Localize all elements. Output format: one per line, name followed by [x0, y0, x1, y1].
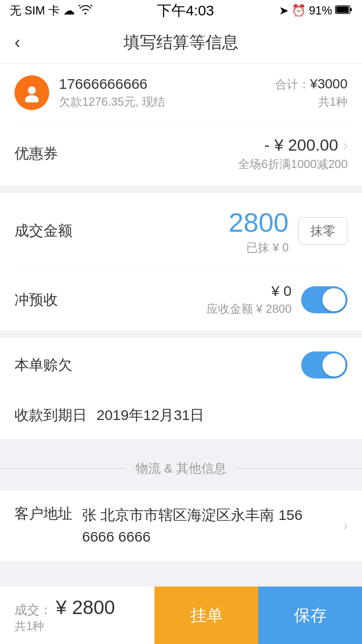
divider-line-left: [0, 468, 126, 469]
divider-line-right: [236, 468, 362, 469]
customer-phone: 17666666666: [59, 76, 165, 92]
coupon-row[interactable]: 优惠券 - ¥ 200.00 › 全场6折满1000减200: [14, 122, 348, 185]
address-chevron-icon: ›: [343, 518, 348, 533]
bottom-info: 成交： ¥ 2800 共1种: [0, 597, 154, 634]
bottom-amount: ¥ 2800: [56, 597, 115, 618]
pending-button[interactable]: 挂单: [154, 587, 258, 644]
save-button[interactable]: 保存: [258, 587, 362, 644]
coupon-label: 优惠券: [14, 144, 58, 164]
address-row[interactable]: 客户地址 张 北京市市辖区海淀区永丰南 156 6666 6666 ›: [14, 490, 348, 561]
total-count: 共1种: [275, 94, 348, 110]
address-value: 张 北京市市辖区海淀区永丰南 156 6666 6666: [82, 504, 338, 547]
amount-right: 2800 已抹 ¥ 0 抹零: [228, 207, 348, 255]
precollect-toggle[interactable]: [301, 286, 348, 313]
nav-bar: ‹ 填写结算等信息: [0, 21, 362, 64]
precollect-label: 冲预收: [14, 290, 58, 310]
avatar: [14, 75, 49, 110]
duedate-value: 2019年12月31日: [97, 406, 204, 425]
bottom-summary: 成交： ¥ 2800: [14, 597, 140, 618]
precollect-sub: 应收金额 ¥ 2800: [207, 301, 292, 317]
amount-value-group: 2800 已抹 ¥ 0: [228, 207, 289, 255]
coupon-right: - ¥ 200.00 › 全场6折满1000减200: [238, 136, 348, 172]
coupon-desc: 全场6折满1000减200: [238, 156, 348, 172]
coupon-chevron-icon: ›: [343, 138, 348, 153]
customer-info: 17666666666 欠款1276.35元, 现结: [59, 76, 165, 110]
divider-text: 物流 & 其他信息: [136, 460, 226, 477]
toggle-thumb-2: [322, 353, 346, 377]
toggle-thumb: [322, 288, 346, 311]
wifi-icon: [79, 4, 92, 17]
sim-label: 无 SIM 卡 ☁: [10, 3, 75, 18]
divider-section: 物流 & 其他信息: [0, 447, 362, 490]
total-label: 合计：¥3000: [275, 76, 348, 92]
battery-label: 91%: [309, 4, 332, 17]
location-icon: ➤: [279, 4, 289, 17]
coupon-discount: - ¥ 200.00: [265, 136, 338, 154]
status-right: ➤ ⏰ 91%: [279, 4, 352, 17]
precollect-amount: ¥ 0: [207, 283, 292, 299]
customer-right: 合计：¥3000 共1种: [275, 76, 348, 110]
precollect-values: ¥ 0 应收金额 ¥ 2800: [207, 283, 292, 317]
customer-row: 17666666666 欠款1276.35元, 现结 合计：¥3000 共1种: [14, 64, 348, 122]
page-title: 填写结算等信息: [124, 31, 238, 54]
precollect-row: 冲预收 ¥ 0 应收金额 ¥ 2800: [14, 269, 348, 330]
battery-icon: [335, 4, 352, 17]
customer-left: 17666666666 欠款1276.35元, 现结: [14, 75, 165, 110]
address-label: 客户地址: [14, 504, 72, 524]
amount-label: 成交金额: [14, 221, 72, 241]
duedate-row: 收款到期日 2019年12月31日: [14, 392, 348, 439]
amount-row: 成交金额 2800 已抹 ¥ 0 抹零: [14, 193, 348, 269]
svg-rect-2: [350, 8, 352, 11]
status-time: 下午4:03: [157, 1, 214, 21]
bottom-bar: 成交： ¥ 2800 共1种 挂单 保存: [0, 586, 362, 644]
bottom-label: 成交：: [14, 602, 52, 617]
customer-card: 17666666666 欠款1276.35元, 现结 合计：¥3000 共1种 …: [0, 64, 362, 185]
duedate-label: 收款到期日: [14, 406, 87, 425]
back-button[interactable]: ‹: [14, 32, 20, 53]
credit-label: 本单赊欠: [14, 355, 72, 375]
customer-sub: 欠款1276.35元, 现结: [59, 94, 165, 110]
bottom-count: 共1种: [14, 618, 140, 634]
amount-card: 成交金额 2800 已抹 ¥ 0 抹零 冲预收 ¥ 0 应收金额 ¥ 2800: [0, 193, 362, 330]
svg-rect-1: [336, 7, 348, 13]
amount-sub: 已抹 ¥ 0: [228, 240, 289, 255]
round-button[interactable]: 抹零: [298, 217, 348, 245]
amount-value: 2800: [228, 207, 289, 238]
svg-point-3: [28, 86, 36, 94]
alarm-icon: ⏰: [292, 4, 306, 17]
credit-toggle[interactable]: [301, 351, 348, 378]
credit-row: 本单赊欠: [14, 338, 348, 392]
precollect-right: ¥ 0 应收金额 ¥ 2800: [207, 283, 348, 317]
content-area: 17666666666 欠款1276.35元, 现结 合计：¥3000 共1种 …: [0, 64, 362, 644]
credit-card: 本单赊欠 收款到期日 2019年12月31日: [0, 338, 362, 439]
address-card: 客户地址 张 北京市市辖区海淀区永丰南 156 6666 6666 ›: [0, 490, 362, 561]
svg-point-4: [25, 95, 39, 102]
status-bar: 无 SIM 卡 ☁ 下午4:03 ➤ ⏰ 91%: [0, 0, 362, 21]
status-left: 无 SIM 卡 ☁: [10, 3, 92, 18]
